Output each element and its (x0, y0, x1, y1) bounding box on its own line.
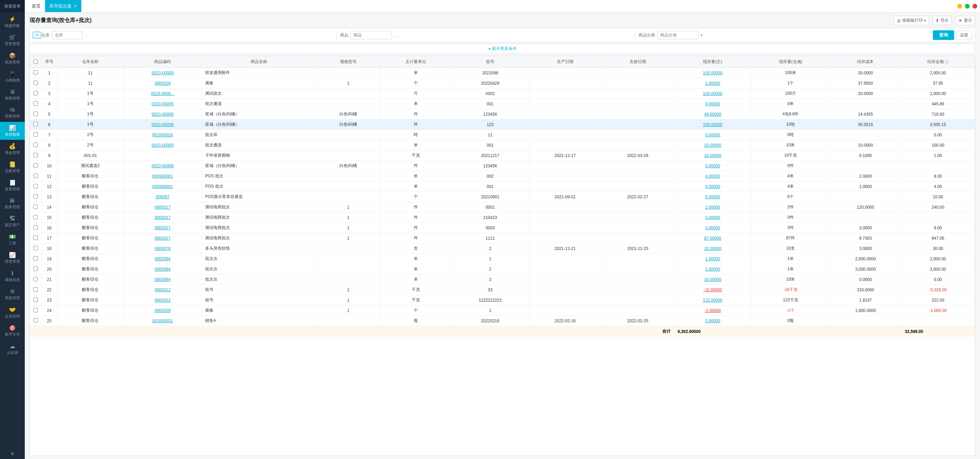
row-qty-main[interactable]: 10.00000 (674, 274, 751, 285)
expand-conditions-btn[interactable]: ▾ 展开更多条件 (488, 46, 517, 52)
row-code[interactable]: 0000017 (124, 202, 201, 212)
row-qty-main[interactable]: 10.00000 (674, 244, 751, 254)
row-code[interactable]: 0023-00008 (124, 120, 201, 130)
sidebar-item-finance[interactable]: 💰 资金管理 (0, 140, 25, 158)
sidebar-item-ecom[interactable]: 🖥 电商管理 (0, 86, 25, 104)
row-code[interactable] (124, 150, 201, 161)
row-code[interactable]: 0000017 (124, 212, 201, 223)
row-qty-main[interactable]: 0.00000 (674, 192, 751, 202)
row-code[interactable]: 0000029 (124, 78, 201, 89)
row-select-checkbox[interactable] (33, 143, 38, 147)
select-all-checkbox[interactable] (33, 59, 38, 64)
row-select-checkbox[interactable] (33, 298, 38, 302)
export-btn[interactable]: ⬆ 导出 (932, 16, 952, 25)
row-qty-main[interactable]: 49.60000 (674, 109, 751, 120)
expand-filter-btn[interactable]: > (33, 32, 41, 38)
row-select-checkbox[interactable] (33, 112, 38, 116)
sidebar-item-purchase[interactable]: 🛍 采购管理 (0, 104, 25, 122)
sidebar-item-new-guide[interactable]: 🎯 新手引导 (0, 322, 25, 340)
category-input[interactable] (657, 31, 698, 39)
category-dropdown-icon[interactable]: ▾ (700, 33, 703, 38)
tab-close-btn[interactable]: ✕ (74, 4, 77, 9)
row-code[interactable]: 0000012 (124, 285, 201, 295)
sidebar-settings[interactable]: ⚙ (0, 449, 25, 459)
row-code[interactable]: 001000031 (124, 316, 201, 326)
display-btn[interactable]: 👁 显示 (955, 16, 975, 25)
close-btn[interactable] (972, 4, 977, 9)
row-select-checkbox[interactable] (33, 256, 38, 261)
sidebar-item-fixed-assets[interactable]: 🏗 固定资产 (0, 213, 25, 231)
row-qty-main[interactable]: 0.00000 (674, 130, 751, 140)
row-code[interactable]: 0000084 (124, 274, 201, 285)
row-qty-main[interactable]: 0.00000 (674, 316, 751, 326)
tab-inventory-batch[interactable]: 库存批次盘 ✕ (45, 0, 81, 12)
sidebar-item-general-ledger[interactable]: 📒 总账管理 (0, 158, 25, 177)
row-qty-main[interactable]: 0.00000 (674, 212, 751, 223)
minimize-btn[interactable] (957, 4, 962, 9)
row-select-checkbox[interactable] (33, 236, 38, 240)
row-select-checkbox[interactable] (33, 225, 38, 230)
row-code[interactable]: 001000026 (124, 130, 201, 140)
row-qty-main[interactable]: 0.00000 (674, 99, 751, 109)
row-select-checkbox[interactable] (33, 287, 38, 292)
row-code[interactable]: 000900001 (124, 171, 201, 182)
row-code[interactable]: 000097 (124, 192, 201, 202)
row-code[interactable]: 0000084 (124, 264, 201, 274)
row-select-checkbox[interactable] (33, 215, 38, 219)
print-btn[interactable]: 🖨 按模板打印 ▾ (894, 16, 929, 25)
sidebar-item-quick-nav[interactable]: ⚡ 快捷导航 (0, 13, 25, 31)
row-qty-main[interactable]: 10.00000 (674, 140, 751, 150)
warehouse-dots[interactable]: ... (85, 32, 91, 38)
row-select-checkbox[interactable] (33, 184, 38, 188)
row-code[interactable]: 0023-00008 (124, 161, 201, 171)
row-qty-main[interactable]: 100.00000 (674, 120, 751, 130)
product-input[interactable] (350, 31, 392, 39)
sidebar-item-wholesale[interactable]: 📦 批发管理 (0, 49, 25, 68)
row-select-checkbox[interactable] (33, 194, 38, 199)
row-qty-main[interactable]: 1.00000 (674, 264, 751, 274)
sidebar-item-enterprise[interactable]: 🤝 企业协同 (0, 304, 25, 322)
row-select-checkbox[interactable] (33, 204, 38, 209)
row-qty-main[interactable]: 3.00000 (674, 223, 751, 233)
row-select-checkbox[interactable] (33, 132, 38, 137)
sidebar-item-retail[interactable]: 🛒 零售管理 (0, 31, 25, 49)
warehouse-input[interactable] (52, 31, 83, 39)
row-qty-main[interactable]: 122.00000 (674, 295, 751, 305)
row-select-checkbox[interactable] (33, 277, 38, 281)
sidebar-item-mini-ecom[interactable]: 📱 小程电商 (0, 68, 25, 86)
row-select-checkbox[interactable] (33, 266, 38, 271)
row-select-checkbox[interactable] (33, 163, 38, 168)
row-select-checkbox[interactable] (33, 81, 38, 85)
row-select-checkbox[interactable] (33, 122, 38, 126)
row-select-checkbox[interactable] (33, 246, 38, 250)
total-cost-info-icon[interactable]: ⓘ (945, 60, 949, 64)
row-code[interactable]: 0023-00005 (124, 140, 201, 150)
row-select-checkbox[interactable] (33, 91, 38, 96)
row-code[interactable]: 0000012 (124, 295, 201, 305)
settings-btn[interactable]: 设置 (956, 31, 972, 40)
row-select-checkbox[interactable] (33, 318, 38, 323)
row-code[interactable]: 0000084 (124, 254, 201, 264)
row-code[interactable]: 000900001 (124, 182, 201, 192)
row-qty-main[interactable]: 87.00000 (674, 233, 751, 244)
sidebar-item-sys-mgmt[interactable]: ⚙ 系统管理 (0, 285, 25, 304)
row-qty-main[interactable]: 4.00000 (674, 182, 751, 192)
sidebar-item-invoice[interactable]: 🧾 发票管理 (0, 177, 25, 195)
row-code[interactable]: 0000078 (124, 244, 201, 254)
row-code[interactable]: 0000029 (124, 305, 201, 316)
row-select-checkbox[interactable] (33, 153, 38, 157)
sidebar-item-basic-info[interactable]: ℹ 基础信息 (0, 267, 25, 285)
product-dots[interactable]: ... (394, 32, 400, 38)
search-btn[interactable]: 查询 (933, 30, 954, 40)
row-qty-main[interactable]: -16.00000 (674, 285, 751, 295)
row-select-checkbox[interactable] (33, 308, 38, 312)
row-code[interactable]: 0000017 (124, 233, 201, 244)
row-code[interactable]: 0000017 (124, 223, 201, 233)
maximize-btn[interactable] (965, 4, 970, 9)
row-select-checkbox[interactable] (33, 174, 38, 178)
row-qty-main[interactable]: 1.00000 (674, 78, 751, 89)
row-code[interactable]: 0023-00005 (124, 99, 201, 109)
row-qty-main[interactable]: 2.00000 (674, 202, 751, 212)
tab-home[interactable]: 首页 (27, 0, 45, 12)
sidebar-search[interactable]: 搜索菜单 (0, 0, 25, 13)
